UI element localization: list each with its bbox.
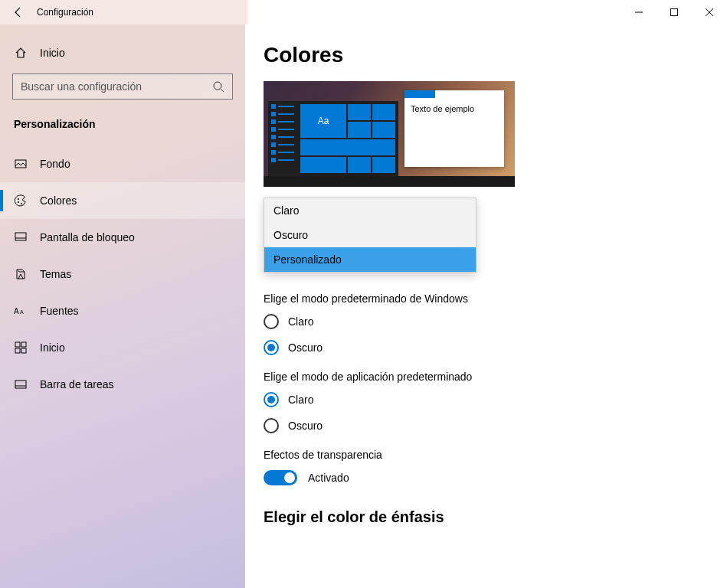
dropdown-option-claro[interactable]: Claro xyxy=(264,198,476,223)
radio-icon xyxy=(264,418,279,433)
toggle-state: Activado xyxy=(308,472,349,484)
sidebar-item-barra-tareas[interactable]: Barra de tareas xyxy=(0,366,245,403)
close-button[interactable] xyxy=(692,0,727,24)
themes-icon xyxy=(14,267,28,281)
app-mode-label: Elige el modo de aplicación predetermina… xyxy=(264,371,727,383)
radio-label: Claro xyxy=(288,394,313,406)
radio-label: Oscuro xyxy=(288,341,323,354)
back-button[interactable] xyxy=(0,0,37,24)
sidebar-item-fondo[interactable]: Fondo xyxy=(0,145,245,182)
radio-label: Claro xyxy=(288,315,313,328)
sidebar-item-fuentes[interactable]: AA Fuentes xyxy=(0,292,245,329)
content: Colores Aa Texto de ejemplo xyxy=(245,24,727,588)
sidebar-item-temas[interactable]: Temas xyxy=(0,256,245,292)
svg-rect-6 xyxy=(15,160,26,168)
sidebar-item-label: Pantalla de bloqueo xyxy=(40,231,135,243)
lock-screen-icon xyxy=(14,230,28,244)
svg-point-4 xyxy=(214,82,221,90)
svg-rect-14 xyxy=(15,342,20,347)
radio-windows-claro[interactable]: Claro xyxy=(264,314,727,329)
sidebar-item-label: Barra de tareas xyxy=(40,378,114,390)
dropdown-option-personalizado[interactable]: Personalizado xyxy=(264,247,476,272)
sidebar-item-label: Colores xyxy=(40,194,77,207)
fonts-icon: AA xyxy=(14,304,28,318)
maximize-button[interactable] xyxy=(657,0,692,24)
palette-icon xyxy=(14,194,28,207)
radio-label: Oscuro xyxy=(288,420,323,432)
minimize-icon xyxy=(635,8,643,16)
radio-icon xyxy=(264,340,279,355)
home-link[interactable]: Inicio xyxy=(0,40,245,70)
search-box[interactable] xyxy=(12,74,233,100)
svg-rect-15 xyxy=(21,342,26,347)
svg-rect-16 xyxy=(15,348,20,353)
preview-tile-text: Aa xyxy=(300,104,346,138)
titlebar: Configuración xyxy=(0,0,727,24)
preview-start-menu: Aa xyxy=(268,101,398,176)
radio-app-claro[interactable]: Claro xyxy=(264,392,727,407)
transparency-toggle[interactable] xyxy=(264,470,297,485)
minimize-button[interactable] xyxy=(621,0,657,24)
radio-icon xyxy=(264,314,279,329)
color-mode-dropdown[interactable]: Claro Oscuro Personalizado xyxy=(264,198,476,273)
window-title: Configuración xyxy=(37,7,93,18)
svg-point-9 xyxy=(21,203,22,204)
svg-rect-18 xyxy=(15,381,26,388)
sidebar-item-label: Temas xyxy=(40,268,71,280)
svg-point-8 xyxy=(18,201,19,203)
arrow-left-icon xyxy=(12,6,25,18)
radio-windows-oscuro[interactable]: Oscuro xyxy=(264,340,727,355)
section-title: Personalización xyxy=(0,118,245,145)
transparency-label: Efectos de transparencia xyxy=(264,449,727,461)
svg-line-5 xyxy=(221,89,224,92)
taskbar-icon xyxy=(14,377,28,391)
svg-text:A: A xyxy=(20,309,24,315)
sidebar-item-label: Fondo xyxy=(40,158,70,170)
color-preview: Aa Texto de ejemplo xyxy=(264,81,515,187)
radio-icon xyxy=(264,392,279,407)
home-label: Inicio xyxy=(40,47,65,59)
sidebar-item-inicio[interactable]: Inicio xyxy=(0,329,245,366)
windows-mode-label: Elige el modo predeterminado de Windows xyxy=(264,292,727,305)
preview-window-text: Texto de ejemplo xyxy=(404,98,504,119)
accent-heading: Elegir el color de énfasis xyxy=(264,508,727,526)
svg-text:A: A xyxy=(14,307,19,315)
svg-rect-10 xyxy=(15,233,26,240)
search-icon xyxy=(212,80,224,93)
home-icon xyxy=(14,46,28,60)
sidebar-item-label: Fuentes xyxy=(40,305,79,317)
close-icon xyxy=(706,8,713,16)
preview-window: Texto de ejemplo xyxy=(404,90,504,167)
radio-app-oscuro[interactable]: Oscuro xyxy=(264,418,727,433)
sidebar: Inicio Personalización Fondo Colores Pan… xyxy=(0,24,245,588)
dropdown-option-oscuro[interactable]: Oscuro xyxy=(264,223,476,247)
svg-point-7 xyxy=(18,198,19,200)
sidebar-item-pantalla-bloqueo[interactable]: Pantalla de bloqueo xyxy=(0,219,245,256)
svg-rect-17 xyxy=(21,348,26,353)
svg-rect-1 xyxy=(671,9,678,16)
maximize-icon xyxy=(670,8,678,16)
page-title: Colores xyxy=(264,43,727,67)
start-icon xyxy=(14,341,28,354)
search-input[interactable] xyxy=(21,80,212,93)
transparency-toggle-row: Activado xyxy=(264,470,727,485)
sidebar-item-label: Inicio xyxy=(40,341,65,354)
sidebar-item-colores[interactable]: Colores xyxy=(0,182,245,219)
picture-icon xyxy=(14,157,28,171)
